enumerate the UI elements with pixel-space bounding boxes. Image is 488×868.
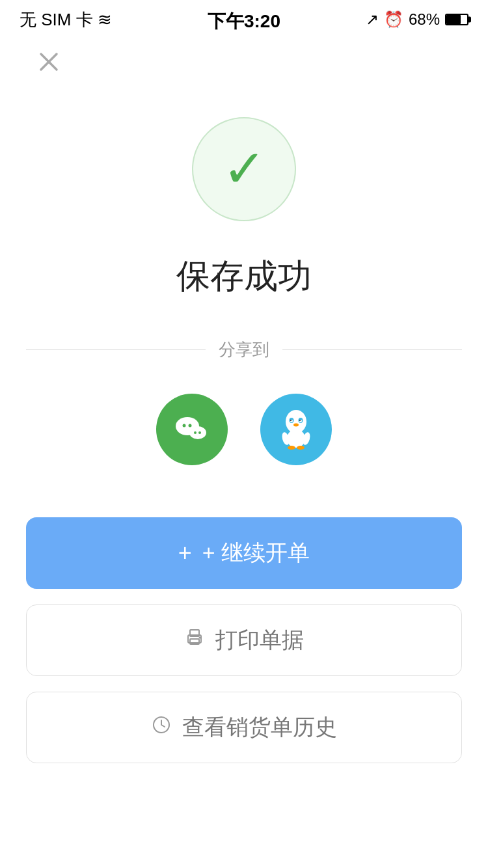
history-button[interactable]: 查看销货单历史 bbox=[26, 692, 462, 763]
svg-point-5 bbox=[189, 424, 192, 427]
svg-point-14 bbox=[299, 420, 301, 421]
print-button-label: 打印单据 bbox=[215, 625, 304, 655]
svg-point-13 bbox=[290, 420, 291, 421]
status-left: 无 SIM 卡 ≋ bbox=[20, 8, 112, 31]
main-content: ✓ 保存成功 分享到 bbox=[0, 39, 488, 763]
svg-point-6 bbox=[194, 431, 197, 434]
success-title: 保存成功 bbox=[176, 254, 312, 299]
share-divider: 分享到 bbox=[26, 338, 462, 361]
continue-button-label: + 继续开单 bbox=[202, 538, 310, 568]
location-icon: ↗ bbox=[366, 10, 379, 29]
svg-point-16 bbox=[287, 429, 305, 448]
history-icon bbox=[151, 714, 172, 740]
continue-button[interactable]: + + 继续开单 bbox=[26, 517, 462, 589]
status-time: 下午3:20 bbox=[208, 9, 280, 34]
battery-icon bbox=[445, 14, 468, 25]
share-icons-row bbox=[156, 394, 332, 465]
share-label: 分享到 bbox=[219, 338, 269, 361]
status-bar: 无 SIM 卡 ≋ 下午3:20 ↗ ⏰ 68% bbox=[0, 0, 488, 39]
status-right: ↗ ⏰ 68% bbox=[366, 10, 468, 29]
wechat-share-button[interactable] bbox=[156, 394, 228, 465]
qq-icon bbox=[276, 407, 316, 452]
battery-label: 68% bbox=[409, 10, 440, 29]
action-buttons: + + 继续开单 打印单据 查看销货单历 bbox=[26, 517, 462, 763]
wechat-icon bbox=[172, 409, 212, 450]
alarm-icon: ⏰ bbox=[384, 10, 403, 29]
svg-point-24 bbox=[199, 637, 201, 639]
close-icon bbox=[37, 50, 61, 74]
divider-right bbox=[282, 349, 462, 350]
svg-point-18 bbox=[297, 446, 305, 450]
svg-point-4 bbox=[183, 424, 186, 427]
svg-point-3 bbox=[189, 426, 206, 439]
close-button[interactable] bbox=[33, 46, 65, 78]
plus-icon: + bbox=[178, 539, 192, 567]
divider-left bbox=[26, 349, 206, 350]
svg-point-17 bbox=[288, 446, 295, 450]
svg-point-15 bbox=[293, 424, 299, 427]
svg-point-7 bbox=[198, 431, 201, 434]
print-icon bbox=[184, 627, 205, 653]
sim-label: 无 SIM 卡 ≋ bbox=[20, 8, 112, 31]
checkmark-icon: ✓ bbox=[223, 143, 266, 195]
print-button[interactable]: 打印单据 bbox=[26, 604, 462, 676]
history-button-label: 查看销货单历史 bbox=[182, 712, 337, 742]
qq-share-button[interactable] bbox=[260, 394, 332, 465]
success-circle: ✓ bbox=[192, 117, 296, 221]
